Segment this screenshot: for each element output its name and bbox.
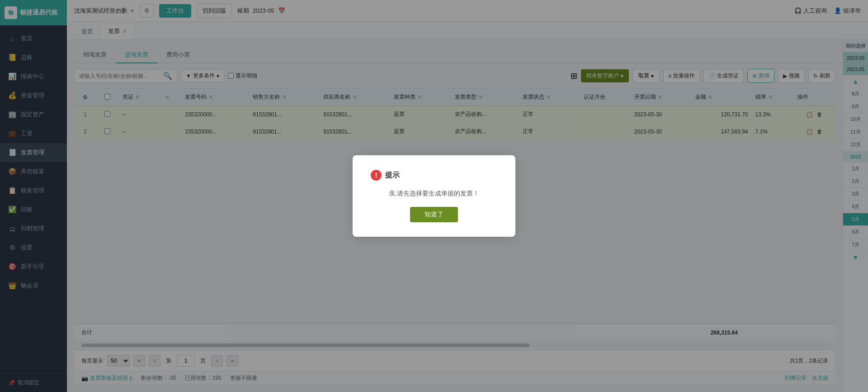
modal-ok-button[interactable]: 知道了 bbox=[410, 207, 458, 222]
modal-title-row: ! 提示 bbox=[371, 170, 400, 181]
modal-message: 亲,请先选择要生成单据的发票！ bbox=[389, 190, 479, 198]
modal-overlay: ! 提示 亲,请先选择要生成单据的发票！ 知道了 bbox=[0, 0, 868, 392]
modal-warning-icon: ! bbox=[371, 170, 382, 181]
modal-title: 提示 bbox=[385, 171, 400, 180]
modal-dialog: ! 提示 亲,请先选择要生成单据的发票！ 知道了 bbox=[353, 155, 515, 237]
